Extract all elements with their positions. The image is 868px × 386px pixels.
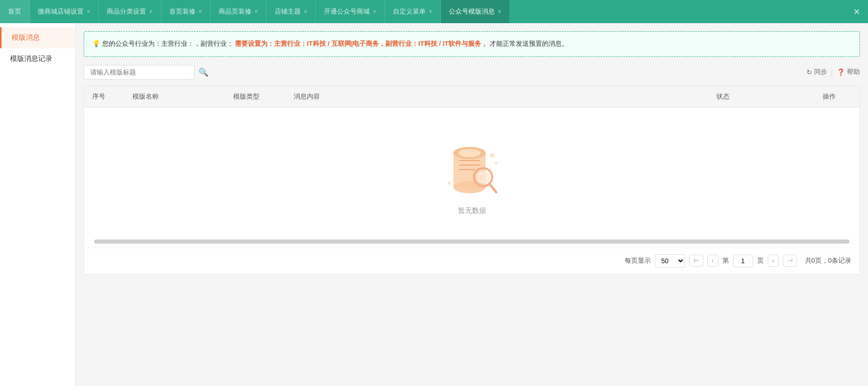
tab-store-settings-close[interactable]: × xyxy=(87,8,90,15)
tab-home-decor-label: 首页装修 xyxy=(169,7,195,16)
svg-point-12 xyxy=(490,153,494,158)
svg-point-14 xyxy=(448,182,451,185)
search-button[interactable]: 🔍 xyxy=(198,67,209,77)
tab-category-close[interactable]: × xyxy=(149,8,153,15)
tab-store-theme[interactable]: 店铺主题 × xyxy=(266,0,316,23)
search-right: ↻ 同步 | ❓ 帮助 xyxy=(807,67,860,76)
sidebar-item-template-record[interactable]: 模版消息记录 xyxy=(0,48,75,69)
help-label: 帮助 xyxy=(847,67,860,76)
page-suffix: 页 xyxy=(757,256,764,265)
svg-point-4 xyxy=(458,149,481,157)
content-area: 💡 您的公众号行业为：主营行业：，副营行业： 需要设置为：主营行业：IT科技 /… xyxy=(76,23,868,386)
svg-point-11 xyxy=(479,173,482,176)
search-input[interactable] xyxy=(84,65,194,80)
prev-page-button[interactable]: ‹ xyxy=(707,255,718,267)
tab-home[interactable]: 首页 xyxy=(0,0,30,23)
per-page-label: 每页显示 xyxy=(625,256,651,265)
tab-store-settings[interactable]: 微商城店铺设置 × xyxy=(30,0,99,23)
tab-home-decor-close[interactable]: × xyxy=(198,8,202,15)
tab-custom-menu[interactable]: 自定义菜单 × xyxy=(385,0,441,23)
first-page-button[interactable]: ⊢ xyxy=(689,255,703,267)
sidebar: 模版消息 模版消息记录 xyxy=(0,23,76,386)
next-page-button[interactable]: › xyxy=(768,255,779,267)
sidebar-item-template-label: 模版消息 xyxy=(12,33,40,41)
divider: | xyxy=(831,68,833,76)
svg-point-13 xyxy=(495,162,498,165)
th-type: 模版类型 xyxy=(225,86,286,107)
tab-custom-menu-label: 自定义菜单 xyxy=(393,7,426,16)
info-banner: 💡 您的公众号行业为：主营行业：，副营行业： 需要设置为：主营行业：IT科技 /… xyxy=(84,31,860,57)
tab-open-wechat-mall-close[interactable]: × xyxy=(373,8,376,15)
tab-category-label: 商品分类设置 xyxy=(107,7,146,16)
info-icon: 💡 xyxy=(92,40,100,47)
last-page-button[interactable]: ⊣ xyxy=(783,255,797,267)
topbar: 首页 微商城店铺设置 × 商品分类设置 × 首页装修 × 商品页装修 × 店铺主… xyxy=(0,0,868,23)
tab-store-settings-label: 微商城店铺设置 xyxy=(38,7,84,16)
tab-template-message-label: 公众号模版消息 xyxy=(449,7,495,16)
main-layout: 模版消息 模版消息记录 💡 您的公众号行业为：主营行业：，副营行业： 需要设置为… xyxy=(0,23,868,386)
search-bar: 🔍 ↻ 同步 | ❓ 帮助 xyxy=(84,65,860,80)
horizontal-scrollbar[interactable] xyxy=(94,240,849,244)
empty-state: 暂无数据 xyxy=(84,108,859,236)
empty-illustration xyxy=(442,138,502,198)
search-left: 🔍 xyxy=(84,65,209,80)
tab-product-decor[interactable]: 商品页装修 × xyxy=(211,0,266,23)
th-status: 状态 xyxy=(708,86,799,107)
tab-category-settings[interactable]: 商品分类设置 × xyxy=(99,0,161,23)
per-page-select[interactable]: 10 20 50 100 xyxy=(655,254,685,268)
sync-icon: ↻ xyxy=(807,68,812,76)
th-action: 操作 xyxy=(799,86,859,107)
tab-home-decor[interactable]: 首页装修 × xyxy=(161,0,211,23)
pagination-bar: 每页显示 10 20 50 100 ⊢ ‹ 第 页 › ⊣ 共0页，0条记录 xyxy=(84,248,859,274)
close-all-button[interactable]: ✕ xyxy=(845,7,868,17)
tab-store-theme-label: 店铺主题 xyxy=(275,7,301,16)
tab-open-wechat-mall-label: 开通公众号商城 xyxy=(324,7,370,16)
sync-label: 同步 xyxy=(814,67,827,76)
svg-point-9 xyxy=(477,171,490,184)
total-info: 共0页，0条记录 xyxy=(805,256,851,265)
current-page-input[interactable] xyxy=(733,255,753,267)
tab-open-wechat-mall[interactable]: 开通公众号商城 × xyxy=(316,0,385,23)
info-prefix: 您的公众号行业为：主营行业：，副营行业： xyxy=(102,40,233,47)
tab-template-message-close[interactable]: × xyxy=(498,8,501,15)
th-content: 消息内容 xyxy=(286,86,708,107)
tab-store-theme-close[interactable]: × xyxy=(304,8,307,15)
tab-home-label: 首页 xyxy=(8,7,21,16)
tab-custom-menu-close[interactable]: × xyxy=(429,8,432,15)
info-highlight: 需要设置为：主营行业：IT科技 / 互联网|电子商务，副营行业：IT科技 / I… xyxy=(235,40,488,47)
data-table: 序号 模版名称 模版类型 消息内容 状态 操作 xyxy=(84,86,860,274)
th-name: 模版名称 xyxy=(124,86,225,107)
sync-button[interactable]: ↻ 同步 xyxy=(807,67,827,76)
th-num: 序号 xyxy=(84,86,124,107)
tab-template-message[interactable]: 公众号模版消息 × xyxy=(441,0,510,23)
table-header: 序号 模版名称 模版类型 消息内容 状态 操作 xyxy=(84,86,859,108)
sidebar-item-record-label: 模版消息记录 xyxy=(10,54,52,62)
page-prefix: 第 xyxy=(722,256,729,265)
tab-product-decor-label: 商品页装修 xyxy=(219,7,251,16)
help-button[interactable]: ❓ 帮助 xyxy=(837,67,860,76)
sidebar-item-template-message[interactable]: 模版消息 xyxy=(0,27,75,48)
help-icon: ❓ xyxy=(837,68,845,76)
empty-text: 暂无数据 xyxy=(458,206,486,215)
svg-line-10 xyxy=(489,184,496,192)
info-suffix: 才能正常发送预置的消息。 xyxy=(490,40,568,47)
tab-product-decor-close[interactable]: × xyxy=(254,8,258,15)
